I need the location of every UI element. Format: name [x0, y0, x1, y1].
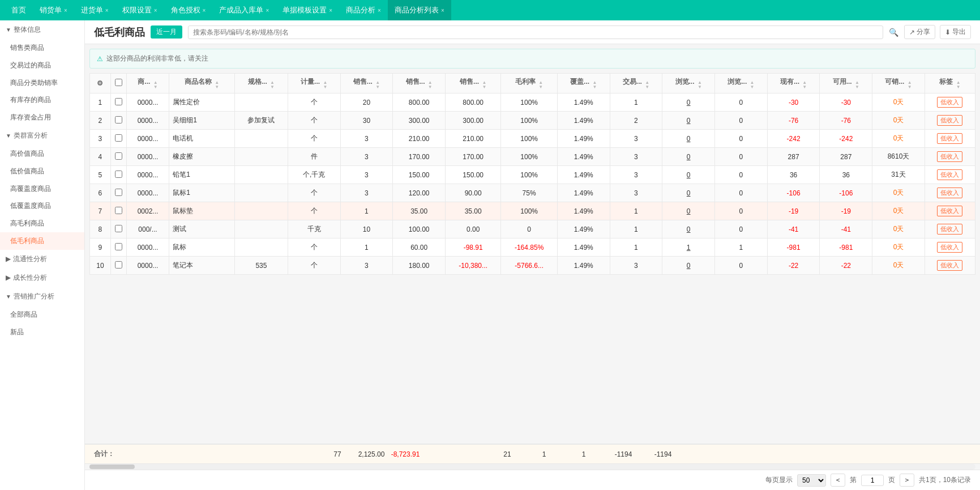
nav-close-sales-order[interactable]: × — [64, 7, 67, 14]
footer-sales-qty: 77 — [320, 450, 354, 458]
sidebar-item-high-coverage[interactable]: 高覆盖度商品 — [0, 180, 84, 198]
cell-view2: 0 — [715, 148, 768, 166]
export-button[interactable]: ⬇ 导出 — [940, 25, 971, 39]
cell-checkbox[interactable] — [110, 184, 126, 202]
cell-view2: 0 — [715, 202, 768, 220]
cell-trade-count: 2 — [610, 112, 662, 130]
row-checkbox[interactable] — [115, 171, 122, 178]
cell-view1[interactable]: 0 — [662, 112, 715, 130]
sidebar-group-overall[interactable]: ▼ 整体信息 — [0, 20, 84, 39]
row-checkbox[interactable] — [115, 207, 122, 214]
cell-current-stock: -41 — [767, 220, 820, 238]
page-size-select[interactable]: 50 100 200 — [797, 474, 826, 487]
cell-trade-count: 1 — [610, 238, 662, 257]
content-header: 低毛利商品 近一月 🔍 ↗ 分享 ⬇ 导出 — [85, 20, 980, 44]
col-saleable: 可销... ▲▼ — [872, 74, 925, 93]
sidebar-item-traded-products[interactable]: 交易过的商品 — [0, 57, 84, 74]
cell-gross-margin: 100% — [501, 130, 557, 148]
cell-checkbox[interactable] — [110, 202, 126, 220]
col-settings[interactable]: ⚙ — [90, 74, 111, 93]
cell-name: 笔记本 — [169, 257, 235, 275]
sidebar-item-stocked-products[interactable]: 有库存的商品 — [0, 91, 84, 109]
row-checkbox[interactable] — [115, 98, 122, 105]
nav-close-product-analysis[interactable]: × — [378, 7, 381, 14]
cell-view1[interactable]: 1 — [662, 238, 715, 257]
nav-role-auth[interactable]: 角色授权 × — [164, 0, 213, 20]
table-container[interactable]: ⚙ 商... ▲▼ 商品名称 ▲▼ 规格... ▲▼ 计量... ▲▼ 销售..… — [89, 73, 975, 444]
cell-view1[interactable]: 0 — [662, 166, 715, 184]
row-checkbox[interactable] — [115, 225, 122, 232]
row-checkbox[interactable] — [115, 152, 122, 160]
sidebar-item-category-rate[interactable]: 商品分类助销率 — [0, 74, 84, 92]
nav-product-analysis[interactable]: 商品分析 × — [339, 0, 388, 20]
share-button[interactable]: ↗ 分享 — [904, 25, 935, 39]
nav-close-role-auth[interactable]: × — [203, 7, 206, 14]
cell-checkbox[interactable] — [110, 166, 126, 184]
cell-view1[interactable]: 0 — [662, 202, 715, 220]
cell-checkbox[interactable] — [110, 112, 126, 130]
sidebar-item-low-coverage[interactable]: 低覆盖度商品 — [0, 197, 84, 215]
cell-checkbox[interactable] — [110, 148, 126, 166]
nav-product-storage[interactable]: 产成品入库单 × — [212, 0, 276, 20]
row-checkbox[interactable] — [115, 243, 122, 250]
sidebar-item-capital-usage[interactable]: 库存资金占用 — [0, 109, 84, 126]
nav-close-permission[interactable]: × — [154, 7, 157, 14]
cell-coverage: 1.49% — [557, 130, 610, 148]
page-number-input[interactable] — [861, 475, 884, 486]
sidebar-item-all-products[interactable]: 全部商品 — [0, 306, 84, 323]
tag-badge: 低收入 — [937, 133, 962, 144]
sidebar-group-circulation[interactable]: ▶ 流通性分析 — [0, 250, 84, 269]
horizontal-scrollbar[interactable] — [89, 464, 975, 470]
sidebar-item-high-margin[interactable]: 高毛利商品 — [0, 215, 84, 232]
nav-permission-settings[interactable]: 权限设置 × — [115, 0, 164, 20]
cell-view1[interactable]: 0 — [662, 184, 715, 202]
cell-sales-price: 150.00 — [393, 166, 446, 184]
cell-view1[interactable]: 0 — [662, 257, 715, 275]
nav-home[interactable]: 首页 — [5, 0, 33, 20]
row-checkbox[interactable] — [115, 116, 122, 123]
nav-purchase-order[interactable]: 进货单 × — [74, 0, 115, 20]
footer-values: 77 2,125.00 -8,723.91 21 1 1 -1194 -1194 — [126, 450, 971, 458]
nav-close-template[interactable]: × — [329, 7, 332, 14]
cell-sales-price: 300.00 — [393, 112, 446, 130]
sidebar-group-growth[interactable]: ▶ 成长性分析 — [0, 269, 84, 287]
sidebar-item-new-products[interactable]: 新品 — [0, 323, 84, 341]
prev-page-button[interactable]: ＜ — [831, 474, 845, 487]
cell-checkbox[interactable] — [110, 257, 126, 275]
cell-checkbox[interactable] — [110, 93, 126, 112]
row-checkbox[interactable] — [115, 134, 122, 142]
sidebar-group-cluster[interactable]: ▼ 类群富分析 — [0, 126, 84, 145]
search-icon[interactable]: 🔍 — [889, 28, 898, 37]
nav-close-product-storage[interactable]: × — [266, 7, 269, 14]
cell-saleable: 0天 — [872, 93, 925, 112]
sidebar-item-high-value[interactable]: 高价值商品 — [0, 145, 84, 163]
nav-sales-order[interactable]: 销货单 × — [33, 0, 74, 20]
row-checkbox[interactable] — [115, 261, 122, 269]
cell-checkbox[interactable] — [110, 220, 126, 238]
sidebar-item-low-value[interactable]: 低价值商品 — [0, 163, 84, 180]
nav-close-analysis-list[interactable]: × — [441, 7, 444, 14]
scrollbar-thumb[interactable] — [89, 465, 135, 469]
date-filter-button[interactable]: 近一月 — [151, 25, 182, 39]
select-all-checkbox[interactable] — [115, 79, 122, 86]
search-input[interactable] — [188, 25, 883, 39]
nav-close-purchase-order[interactable]: × — [105, 7, 109, 14]
cell-sales-price: 60.00 — [393, 238, 446, 257]
cell-saleable: 0天 — [872, 220, 925, 238]
nav-template-settings[interactable]: 单据模板设置 × — [276, 0, 339, 20]
sidebar-item-low-margin[interactable]: 低毛利商品 — [0, 232, 84, 250]
cell-current-stock: -242 — [767, 130, 820, 148]
cell-view1[interactable]: 0 — [662, 93, 715, 112]
cell-view1[interactable]: 0 — [662, 148, 715, 166]
next-page-button[interactable]: ＞ — [900, 474, 914, 487]
sidebar-item-sales-products[interactable]: 销售类商品 — [0, 39, 84, 57]
cell-view1[interactable]: 0 — [662, 220, 715, 238]
nav-product-analysis-list[interactable]: 商品分析列表 × — [388, 0, 451, 20]
cell-checkbox[interactable] — [110, 238, 126, 257]
cell-view1[interactable]: 0 — [662, 130, 715, 148]
row-checkbox[interactable] — [115, 189, 122, 196]
cell-checkbox[interactable] — [110, 130, 126, 148]
sidebar-group-marketing[interactable]: ▼ 营销推广分析 — [0, 287, 84, 306]
cell-unit: 件 — [288, 148, 340, 166]
col-view1: 浏览... ▲▼ — [662, 74, 715, 93]
